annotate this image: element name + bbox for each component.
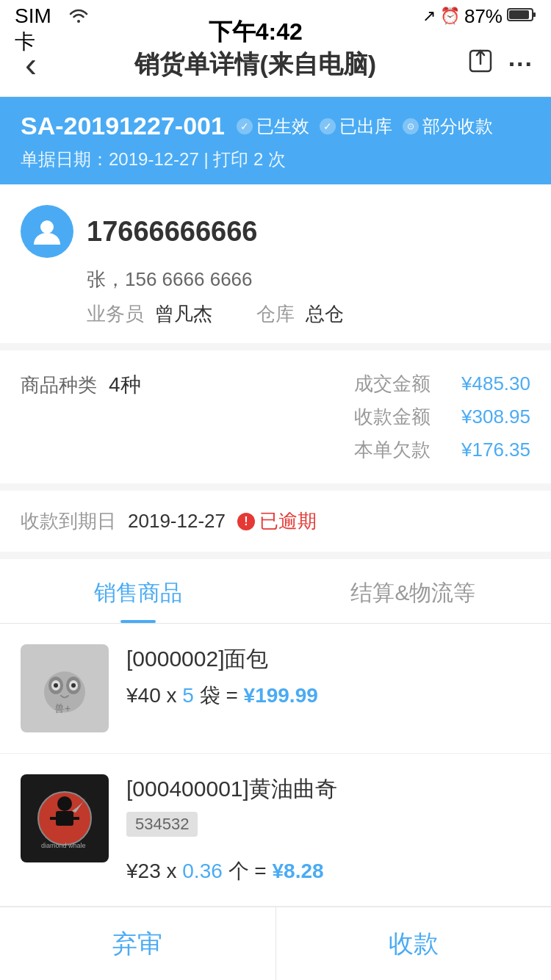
category-label: 商品种类 [21, 372, 97, 398]
receipt-amount: 收款金额 ¥308.95 [354, 404, 530, 430]
warehouse-value: 总仓 [306, 303, 344, 325]
svg-point-11 [71, 683, 76, 688]
back-button[interactable]: ‹ [18, 37, 44, 92]
total-value-2: ¥8.28 [272, 860, 323, 882]
customer-section: 17666666666 张，156 6666 6666 业务员 曾凡杰 仓库 总… [0, 184, 551, 350]
products-section: 兽+ [0000002]面包 ¥40 x 5 袋 = ¥199.99 [0, 624, 551, 907]
tab-active-indicator [120, 620, 156, 623]
overdue-badge: ! 已逾期 [237, 508, 317, 534]
status-bar: 无 SIM 卡 下午4:42 ↗ ⏰ 87% [0, 0, 551, 32]
badge-shipped: ✓ 已出库 [320, 115, 392, 138]
deal-amount: 成交金额 ¥485.30 [354, 371, 530, 397]
order-meta: 单据日期：2019-12-27 | 打印 2 次 [21, 148, 530, 171]
product-price-2: ¥23 x 0.36 个 = ¥8.28 [126, 857, 530, 885]
product-info-1: [0000002]面包 ¥40 x 5 袋 = ¥199.99 [126, 644, 530, 710]
wifi-icon [68, 4, 89, 28]
debt-label: 本单欠款 [354, 437, 431, 463]
order-id: SA-20191227-001 [21, 112, 225, 140]
tab-products[interactable]: 销售商品 [0, 559, 276, 623]
product-item: 兽+ [0000002]面包 ¥40 x 5 袋 = ¥199.99 [0, 624, 551, 754]
warehouse-info: 仓库 总仓 [256, 301, 344, 327]
warehouse-label: 仓库 [256, 303, 295, 325]
customer-phone: 17666666666 [87, 216, 257, 248]
salesperson-info: 业务员 曾凡杰 [87, 301, 212, 327]
total-value: ¥199.99 [244, 684, 318, 707]
svg-point-16 [57, 796, 72, 811]
battery-icon [507, 5, 536, 28]
salesperson-value: 曾凡杰 [155, 303, 212, 325]
svg-text:diamond whale: diamond whale [41, 842, 86, 849]
more-button[interactable]: ··· [508, 50, 533, 79]
category-count: 4种 [109, 371, 141, 399]
due-label: 收款到期日 [21, 508, 116, 534]
deal-value: ¥485.30 [442, 372, 530, 395]
product-name-2: [000400001]黄油曲奇 [126, 774, 530, 804]
product-name-1: [0000002]面包 [126, 644, 530, 674]
product-image-placeholder-1: 兽+ [21, 644, 109, 732]
receipt-label: 收款金额 [354, 404, 431, 430]
debt-amount: 本单欠款 ¥176.35 [354, 437, 530, 463]
location-icon: ↗ [422, 7, 436, 26]
price-value: ¥40 [126, 684, 161, 707]
status-badges: ✓ 已生效 ✓ 已出库 ⊙ 部分收款 [237, 115, 493, 138]
svg-point-4 [40, 220, 54, 234]
badge-effective: ✓ 已生效 [237, 115, 309, 138]
page-title: 销货单详情(来自电脑) [134, 48, 376, 82]
svg-rect-1 [533, 12, 536, 17]
overdue-label: 已逾期 [259, 508, 317, 534]
collect-payment-button[interactable]: 收款 [276, 907, 552, 980]
svg-text:兽+: 兽+ [54, 702, 71, 714]
status-right-icons: ↗ ⏰ 87% [422, 5, 536, 28]
svg-rect-2 [509, 10, 529, 19]
badge-partial-icon: ⊙ [403, 118, 419, 134]
nav-right-buttons: ··· [467, 48, 533, 81]
product-sku-2: 534532 [126, 812, 198, 837]
tab-settlement[interactable]: 结算&物流等 [276, 559, 551, 623]
qty-value-2: 0.36 [182, 860, 223, 882]
customer-meta: 业务员 曾凡杰 仓库 总仓 [21, 301, 530, 327]
unit-value: 袋 [200, 684, 220, 707]
badge-effective-icon: ✓ [237, 118, 253, 134]
svg-point-10 [54, 683, 58, 688]
battery-text: 87% [464, 5, 503, 28]
product-info-2: [000400001]黄油曲奇 534532 ¥23 x 0.36 个 = ¥8… [126, 774, 530, 885]
customer-contact: 张，156 6666 6666 [21, 267, 530, 292]
salesperson-label: 业务员 [87, 303, 144, 325]
cancel-review-button[interactable]: 弃审 [0, 907, 276, 980]
order-header-banner: SA-20191227-001 ✓ 已生效 ✓ 已出库 ⊙ 部分收款 单据日期：… [0, 97, 551, 184]
debt-value: ¥176.35 [442, 439, 530, 461]
product-thumbnail-2: diamond whale [21, 774, 109, 862]
deal-label: 成交金额 [354, 371, 431, 397]
stats-section: 商品种类 4种 成交金额 ¥485.30 收款金额 ¥308.95 本单欠款 ¥… [0, 350, 551, 491]
tabs-section: 销售商品 结算&物流等 [0, 559, 551, 624]
stats-amounts: 成交金额 ¥485.30 收款金额 ¥308.95 本单欠款 ¥176.35 [354, 371, 530, 463]
qty-value: 5 [182, 684, 194, 707]
product-item: diamond whale [000400001]黄油曲奇 534532 ¥23… [0, 754, 551, 907]
alarm-icon: ⏰ [440, 7, 460, 26]
product-thumbnail-1: 兽+ [21, 644, 109, 732]
share-button[interactable] [467, 48, 494, 81]
bottom-bar: 弃审 收款 [0, 907, 551, 980]
due-section: 收款到期日 2019-12-27 ! 已逾期 [0, 491, 551, 559]
due-date: 2019-12-27 [128, 510, 226, 533]
product-price-1: ¥40 x 5 袋 = ¥199.99 [126, 682, 530, 710]
customer-avatar [21, 205, 73, 258]
receipt-value: ¥308.95 [442, 406, 530, 428]
badge-shipped-icon: ✓ [320, 118, 336, 134]
unit-value-2: 个 [228, 860, 249, 882]
overdue-icon: ! [237, 513, 255, 530]
badge-partial: ⊙ 部分收款 [403, 115, 493, 138]
price-value-2: ¥23 [126, 860, 161, 882]
stats-category: 商品种类 4种 [21, 371, 141, 399]
